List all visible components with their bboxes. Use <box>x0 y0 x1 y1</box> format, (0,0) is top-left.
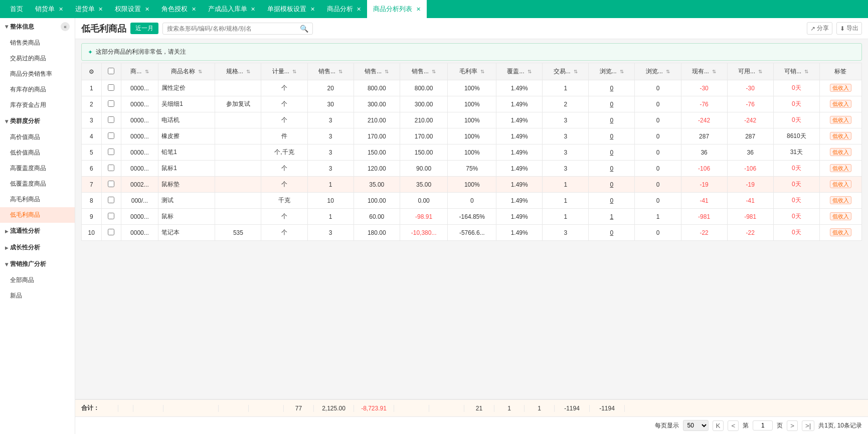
per-page-select[interactable]: 50 100 200 <box>683 420 709 431</box>
close-analysis-list-icon[interactable]: ✕ <box>416 6 421 12</box>
row-checkbox[interactable] <box>101 225 121 241</box>
nav-sales[interactable]: 销货单 ✕ <box>29 0 69 18</box>
nav-template[interactable]: 单据模板设置 ✕ <box>261 0 321 18</box>
row-select-checkbox[interactable] <box>108 165 114 171</box>
row-select-checkbox[interactable] <box>108 149 114 155</box>
col-checkbox[interactable] <box>101 63 121 80</box>
last-page-button[interactable]: >| <box>802 420 814 431</box>
row-sales-profit: 150.00 <box>400 144 448 161</box>
sidebar-item-all-products[interactable]: 全部商品 <box>0 272 75 288</box>
close-products-in-icon[interactable]: ✕ <box>251 6 255 12</box>
col-browse1[interactable]: 浏览... ⇅ <box>589 63 635 80</box>
row-select-checkbox[interactable] <box>108 213 114 219</box>
row-browse1[interactable]: 0 <box>589 225 635 241</box>
tag-badge: 低收入 <box>830 212 851 220</box>
close-roles-icon[interactable]: ✕ <box>192 6 196 12</box>
row-browse1[interactable]: 0 <box>589 161 635 177</box>
row-checkbox[interactable] <box>101 177 121 193</box>
sidebar-group-marketing[interactable]: ▾ 营销推广分析 <box>0 256 75 272</box>
sidebar-group-cluster[interactable]: ▾ 类群度分析 <box>0 113 75 129</box>
row-select-checkbox[interactable] <box>108 116 114 123</box>
close-purchase-icon[interactable]: ✕ <box>98 6 103 12</box>
first-page-button[interactable]: K <box>713 420 724 431</box>
col-name[interactable]: 商品名称 ⇅ <box>158 63 215 80</box>
sidebar-item-traded-products[interactable]: 交易过的商品 <box>0 51 75 66</box>
page-number-input[interactable] <box>753 420 773 430</box>
row-select-checkbox[interactable] <box>108 181 114 187</box>
nav-purchase[interactable]: 进货单 ✕ <box>69 0 109 18</box>
sidebar-collapse-btn[interactable]: « <box>61 22 70 31</box>
filter-button[interactable]: 近一月 <box>130 23 158 34</box>
col-settings[interactable]: ⚙ <box>82 63 102 80</box>
sort-sales-profit-icon: ⇅ <box>432 69 436 74</box>
sidebar-item-in-stock[interactable]: 有库存的商品 <box>0 82 75 97</box>
prev-page-button[interactable]: < <box>728 420 739 431</box>
sidebar-item-sales-products[interactable]: 销售类商品 <box>0 35 75 51</box>
col-sales-amount[interactable]: 销售... ⇅ <box>354 63 400 80</box>
sidebar-item-high-value[interactable]: 高价值商品 <box>0 129 75 145</box>
sidebar-group-overall[interactable]: ▾ 整体信息 « <box>0 18 75 35</box>
row-browse1[interactable]: 0 <box>589 144 635 161</box>
col-gross-margin[interactable]: 毛利率 ⇅ <box>448 63 496 80</box>
export-button[interactable]: ⬇ 导出 <box>836 22 862 35</box>
row-select-checkbox[interactable] <box>108 84 114 91</box>
select-all-checkbox[interactable] <box>108 68 114 74</box>
sidebar-item-low-value[interactable]: 低价值商品 <box>0 145 75 161</box>
col-current-stock[interactable]: 现有... ⇅ <box>681 63 727 80</box>
close-template-icon[interactable]: ✕ <box>310 6 315 12</box>
search-box[interactable]: 🔍 <box>162 23 313 35</box>
close-sales-icon[interactable]: ✕ <box>59 6 63 12</box>
row-browse1[interactable]: 0 <box>589 193 635 209</box>
nav-permissions[interactable]: 权限设置 ✕ <box>109 0 155 18</box>
sidebar-group-circulation[interactable]: ▸ 流通性分析 <box>0 223 75 239</box>
row-select-checkbox[interactable] <box>108 132 114 139</box>
nav-analysis[interactable]: 商品分析 ✕ <box>321 0 368 18</box>
row-browse1[interactable]: 0 <box>589 96 635 112</box>
nav-home[interactable]: 首页 <box>4 0 29 18</box>
col-code[interactable]: 商... ⇅ <box>121 63 158 80</box>
table-container[interactable]: ⚙ 商... ⇅ 商品名称 ⇅ 规格... ⇅ 计量... ⇅ 销售... ⇅ … <box>75 63 868 399</box>
col-unit[interactable]: 计量... ⇅ <box>261 63 307 80</box>
row-select-checkbox[interactable] <box>108 197 114 203</box>
sidebar-item-new-products[interactable]: 新品 <box>0 288 75 304</box>
col-coverage[interactable]: 覆盖... ⇅ <box>496 63 543 80</box>
row-browse1[interactable]: 1 <box>589 209 635 225</box>
sidebar-item-high-margin[interactable]: 高毛利商品 <box>0 192 75 207</box>
close-permissions-icon[interactable]: ✕ <box>145 6 149 12</box>
row-checkbox[interactable] <box>101 209 121 225</box>
col-sellable[interactable]: 可销... ⇅ <box>773 63 819 80</box>
row-checkbox[interactable] <box>101 161 121 177</box>
col-sales-profit[interactable]: 销售... ⇅ <box>400 63 448 80</box>
row-checkbox[interactable] <box>101 144 121 161</box>
col-available[interactable]: 可用... ⇅ <box>727 63 773 80</box>
sidebar-item-low-margin[interactable]: 低毛利商品 <box>0 207 75 223</box>
sidebar-item-stock-capital[interactable]: 库存资金占用 <box>0 97 75 113</box>
row-checkbox[interactable] <box>101 80 121 96</box>
row-checkbox[interactable] <box>101 96 121 112</box>
close-analysis-icon[interactable]: ✕ <box>357 6 361 12</box>
row-select-checkbox[interactable] <box>108 229 114 235</box>
next-page-button[interactable]: > <box>787 420 798 431</box>
row-browse1[interactable]: 0 <box>589 177 635 193</box>
col-sales-count[interactable]: 销售... ⇅ <box>307 63 354 80</box>
row-checkbox[interactable] <box>101 112 121 128</box>
sidebar-item-high-coverage[interactable]: 高覆盖度商品 <box>0 161 75 176</box>
sidebar-group-growth[interactable]: ▸ 成长性分析 <box>0 239 75 256</box>
sidebar-item-low-coverage[interactable]: 低覆盖度商品 <box>0 176 75 192</box>
row-checkbox[interactable] <box>101 193 121 209</box>
search-input[interactable] <box>167 25 300 32</box>
row-checkbox[interactable] <box>101 128 121 144</box>
sidebar-item-category-rate[interactable]: 商品分类销售率 <box>0 66 75 82</box>
nav-roles[interactable]: 角色授权 ✕ <box>155 0 202 18</box>
col-spec[interactable]: 规格... ⇅ <box>215 63 261 80</box>
row-browse1[interactable]: 0 <box>589 112 635 128</box>
nav-analysis-list[interactable]: 商品分析列表 ✕ <box>367 0 427 18</box>
row-browse1[interactable]: 0 <box>589 128 635 144</box>
row-select-checkbox[interactable] <box>108 100 114 107</box>
row-index: 9 <box>82 209 102 225</box>
col-transaction[interactable]: 交易... ⇅ <box>543 63 589 80</box>
row-browse1[interactable]: 0 <box>589 80 635 96</box>
share-button[interactable]: ↗ 分享 <box>807 22 832 35</box>
nav-products-in[interactable]: 产成品入库单 ✕ <box>202 0 262 18</box>
col-browse2[interactable]: 浏览... ⇅ <box>635 63 681 80</box>
